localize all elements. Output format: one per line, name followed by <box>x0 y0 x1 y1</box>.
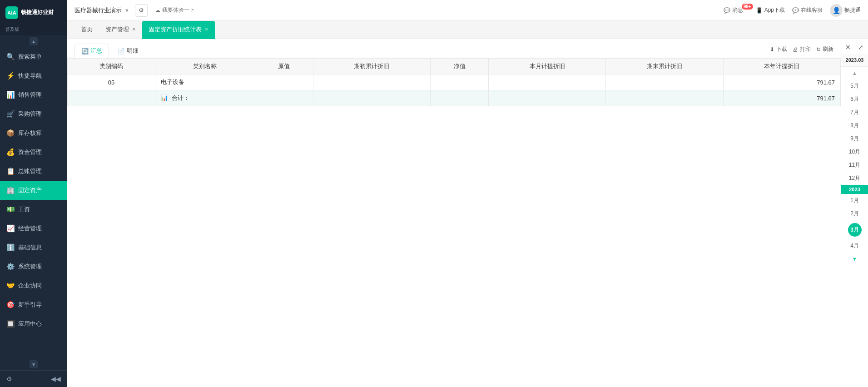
sidebar-item-basic-info[interactable]: ℹ️ 基础信息 <box>0 238 67 257</box>
total-monthly <box>488 90 605 106</box>
col-header-name: 类别名称 <box>155 59 255 74</box>
guide-icon: 🎯 <box>6 301 15 309</box>
experience-button[interactable]: ☁ 我要体验一下 <box>155 6 195 14</box>
sidebar-item-label: 搜索菜单 <box>18 53 42 61</box>
detail-icon: 📄 <box>118 48 125 55</box>
col-header-annual: 本年计提折旧 <box>723 59 840 74</box>
sales-icon: 📊 <box>6 91 15 99</box>
download-button[interactable]: ⬇ 下载 <box>770 45 787 53</box>
col-header-net: 净值 <box>431 59 489 74</box>
inventory-icon: 📦 <box>6 129 15 137</box>
sidebar-item-label: 采购管理 <box>18 110 42 118</box>
footer-collapse-icon[interactable]: ◀◀ <box>51 375 61 382</box>
main-content: 医疗器械行业演示 ▼ ⚙ ☁ 我要体验一下 💬 消息 99+ 📱 App下载 💬… <box>67 0 868 387</box>
sidebar-item-app-center[interactable]: 🔲 应用中心 <box>0 314 67 333</box>
month-9[interactable]: 9月 <box>841 132 868 145</box>
month-10[interactable]: 10月 <box>841 145 868 159</box>
print-button[interactable]: 🖨 打印 <box>793 45 811 53</box>
total-row: 📊 合计： 791.67 <box>68 90 841 106</box>
date-nav-up[interactable]: ▲ <box>850 69 859 78</box>
tab-depreciation-table[interactable]: 固定资产折旧统计表 ✕ <box>142 21 215 39</box>
month-5[interactable]: 5月 <box>841 79 868 93</box>
refresh-icon: ↻ <box>816 46 821 53</box>
app-download-button[interactable]: 📱 App下载 <box>756 6 785 14</box>
purchase-icon: 🛒 <box>6 110 15 118</box>
sidebar-logo: AtA 畅捷通好业财 <box>0 0 67 25</box>
month-2[interactable]: 2月 <box>841 207 868 220</box>
tab-asset-mgmt[interactable]: 资产管理 ✕ <box>99 21 142 39</box>
company-selector[interactable]: 医疗器械行业演示 ▼ <box>74 6 129 15</box>
ledger-icon: 📋 <box>6 167 15 175</box>
sidebar-item-fixed-assets[interactable]: 🏢 固定资产 <box>0 181 67 200</box>
sub-tab-detail[interactable]: 📄 明细 <box>111 44 145 58</box>
sidebar-item-label: 基础信息 <box>18 243 42 252</box>
sidebar-item-ledger[interactable]: 📋 总账管理 <box>0 162 67 181</box>
basic-info-icon: ℹ️ <box>6 243 15 252</box>
detail-label: 明细 <box>127 47 139 55</box>
customer-service-button[interactable]: 💬 在线客服 <box>792 6 823 14</box>
sidebar-item-label: 系统管理 <box>18 263 42 271</box>
company-dropdown-arrow: ▼ <box>124 8 129 13</box>
row-ending-depreciation <box>606 74 723 90</box>
toolbar: ⬇ 下载 🖨 打印 ↻ 刷新 <box>770 45 833 56</box>
month-6[interactable]: 6月 <box>841 93 868 106</box>
operations-icon: 📈 <box>6 224 15 233</box>
sidebar-item-purchase[interactable]: 🛒 采购管理 <box>0 104 67 124</box>
fixed-assets-icon: 🏢 <box>6 186 15 194</box>
sidebar-item-payroll[interactable]: 💵 工资 <box>0 200 67 219</box>
sidebar: AtA 畅捷通好业财 普及版 ▲ 🔍 搜索菜单 ⚡ 快捷导航 📊 销售管理 🛒 … <box>0 0 67 387</box>
month-8[interactable]: 8月 <box>841 119 868 132</box>
funds-icon: 💰 <box>6 148 15 156</box>
row-beginning-depreciation <box>313 74 430 90</box>
month-4[interactable]: 4月 <box>841 239 868 253</box>
app-version: 普及版 <box>0 25 67 35</box>
refresh-button[interactable]: ↻ 刷新 <box>816 45 833 53</box>
sidebar-item-operations[interactable]: 📈 经营管理 <box>0 219 67 238</box>
sidebar-item-cooperation[interactable]: 🤝 企业协同 <box>0 276 67 295</box>
tab-asset-mgmt-close[interactable]: ✕ <box>132 26 136 32</box>
sidebar-footer: ⚙ ◀◀ <box>0 370 67 387</box>
sidebar-item-guide[interactable]: 🎯 新手引导 <box>0 295 67 314</box>
tab-home[interactable]: 首页 <box>74 21 99 39</box>
total-annual: 791.67 <box>723 90 840 106</box>
user-menu[interactable]: 👤 畅捷通 <box>830 4 861 17</box>
month-7[interactable]: 7月 <box>841 106 868 119</box>
month-11[interactable]: 11月 <box>841 159 868 172</box>
customer-service-label: 在线客服 <box>801 6 823 14</box>
row-code: 05 <box>68 74 155 90</box>
sub-tab-summary[interactable]: 🔄 汇总 <box>74 44 109 58</box>
scroll-up-button[interactable]: ▲ <box>30 37 38 45</box>
tab-depreciation-close[interactable]: ✕ <box>204 26 208 32</box>
sidebar-item-label: 资金管理 <box>18 148 42 156</box>
header-settings-button[interactable]: ⚙ <box>135 4 148 17</box>
col-header-original: 原值 <box>255 59 313 74</box>
current-month-3[interactable]: 3月 <box>848 223 862 237</box>
month-12[interactable]: 12月 <box>841 172 868 185</box>
year-2023[interactable]: 2023 <box>841 185 868 194</box>
notice-button[interactable]: 💬 消息 99+ <box>724 6 749 14</box>
sidebar-item-funds[interactable]: 💰 资金管理 <box>0 143 67 162</box>
sidebar-item-sales[interactable]: 📊 销售管理 <box>0 85 67 104</box>
row-net-value <box>431 74 489 90</box>
sidebar-item-search[interactable]: 🔍 搜索菜单 <box>0 47 67 66</box>
footer-settings-icon[interactable]: ⚙ <box>6 375 12 382</box>
scroll-down-button[interactable]: ▼ <box>30 360 38 368</box>
summary-icon: 🔄 <box>81 48 89 55</box>
sidebar-nav: 🔍 搜索菜单 ⚡ 快捷导航 📊 销售管理 🛒 采购管理 📦 库存核算 💰 资金管… <box>0 47 67 358</box>
total-icon: 📊 <box>161 94 168 101</box>
sidebar-item-quick-nav[interactable]: ⚡ 快捷导航 <box>0 66 67 85</box>
col-header-monthly: 本月计提折旧 <box>488 59 605 74</box>
sidebar-item-label: 总账管理 <box>18 167 42 175</box>
col-header-beginning: 期初累计折旧 <box>313 59 430 74</box>
sidebar-item-label: 应用中心 <box>18 320 42 328</box>
sidebar-item-inventory[interactable]: 📦 库存核算 <box>0 124 67 143</box>
date-panel-expand-button[interactable]: ⤢ <box>855 41 866 54</box>
sidebar-item-label: 经营管理 <box>18 224 42 233</box>
print-label: 打印 <box>800 45 811 53</box>
date-panel-close-button[interactable]: ✕ <box>843 41 853 54</box>
date-nav-down[interactable]: ▼ <box>850 254 859 263</box>
username: 畅捷通 <box>844 6 861 14</box>
month-1[interactable]: 1月 <box>841 194 868 207</box>
row-original-value <box>255 74 313 90</box>
sidebar-item-system[interactable]: ⚙️ 系统管理 <box>0 257 67 276</box>
